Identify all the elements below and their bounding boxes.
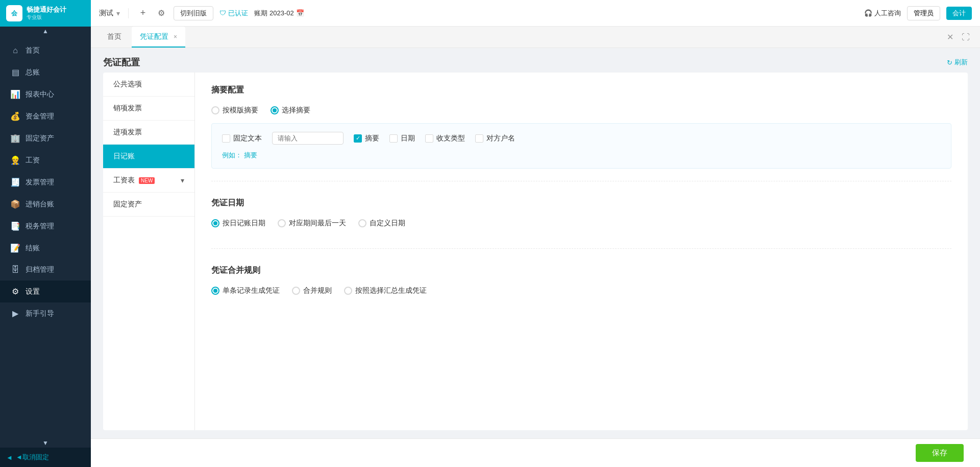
checkbox-date[interactable]: 日期	[389, 134, 415, 143]
radio-period-last[interactable]: 对应期间最后一天	[278, 219, 346, 228]
radio-single-label: 单条记录生成凭证	[223, 286, 280, 295]
period-label: 账期	[254, 9, 267, 18]
purchase-sales-icon: 📦	[10, 199, 20, 209]
config-sidebar-item-sales-invoice[interactable]: 销项发票	[103, 97, 194, 121]
unpin-icon: ◄	[6, 454, 13, 461]
ledger-icon: ▤	[10, 67, 20, 77]
add-company-button[interactable]: +	[137, 7, 149, 19]
manager-button[interactable]: 管理员	[907, 6, 940, 20]
sidebar-footer-toggle[interactable]: ◄ ◄取消固定	[0, 448, 91, 467]
tabs-expand-button[interactable]: ⛶	[960, 31, 972, 44]
config-sidebar-item-purchase-invoice[interactable]: 进项发票	[103, 121, 194, 145]
tab-voucher-config[interactable]: 凭证配置 ×	[132, 27, 185, 48]
date-label: 日期	[401, 134, 415, 143]
checkbox-fixed-text[interactable]: 固定文本	[222, 134, 262, 143]
sidebar-header: 会 畅捷通好会计 专业版	[0, 0, 91, 27]
content-panels: 公共选项 销项发票 进项发票 日记账 工资表 NEW	[91, 73, 980, 438]
checkbox-income-type[interactable]: 收支类型	[425, 134, 465, 143]
config-sidebar: 公共选项 销项发票 进项发票 日记账 工资表 NEW	[103, 73, 195, 430]
sidebar-item-label: 资金管理	[26, 112, 54, 121]
config-sidebar-item-fixed-assets[interactable]: 固定资产	[103, 193, 194, 217]
sidebar-scroll-up[interactable]: ▲	[42, 28, 48, 35]
sidebar-item-tax[interactable]: 📑 税务管理	[0, 215, 91, 237]
example-text: 例如： 摘要	[222, 151, 941, 160]
company-selector[interactable]: 测试 ▾	[99, 9, 120, 18]
sidebar-item-label: 报表中心	[26, 90, 54, 99]
voucher-merge-radio-group: 单条记录生成凭证 合并规则 按照选择汇总生成凭证	[211, 286, 951, 295]
page-header: 凭证配置 ↻ 刷新	[91, 48, 980, 73]
config-sidebar-item-journal[interactable]: 日记账	[103, 145, 194, 169]
sidebar-item-ledger[interactable]: ▤ 总账	[0, 61, 91, 83]
accountant-button[interactable]: 会计	[946, 7, 972, 20]
tab-close-button[interactable]: ×	[174, 33, 177, 40]
headset-icon: 🎧	[864, 9, 872, 17]
tabs-close-all-button[interactable]: ✕	[945, 30, 955, 44]
radio-period-last-circle	[278, 219, 286, 227]
gear-settings-button[interactable]: ⚙	[155, 7, 167, 19]
old-version-button[interactable]: 切到旧版	[174, 6, 213, 20]
radio-select-summary[interactable]: 选择摘要	[271, 106, 310, 115]
sidebar-item-home[interactable]: ⌂ 首页	[0, 40, 91, 61]
calendar-icon[interactable]: 📅	[296, 9, 304, 17]
sidebar: 会 畅捷通好会计 专业版 ▲ ⌂ 首页 ▤ 总账 📊 报表中心 💰 资金管理 🏢…	[0, 0, 91, 467]
sidebar-scroll-down[interactable]: ▼	[42, 439, 48, 447]
radio-custom-date-circle	[358, 219, 366, 227]
sidebar-item-invoice[interactable]: 🧾 发票管理	[0, 171, 91, 193]
sidebar-item-reports[interactable]: 📊 报表中心	[0, 83, 91, 105]
logo-sub: 专业版	[27, 14, 66, 21]
consult-button[interactable]: 🎧 人工咨询	[864, 9, 901, 18]
voucher-merge-title: 凭证合并规则	[211, 265, 951, 276]
sidebar-item-label: 税务管理	[26, 222, 54, 231]
sidebar-item-label: 新手引导	[26, 309, 54, 318]
radio-merge-rule[interactable]: 合并规则	[292, 286, 332, 295]
sidebar-item-label: 总账	[26, 68, 40, 77]
radio-by-selection[interactable]: 按照选择汇总生成凭证	[344, 286, 427, 295]
tab-home[interactable]: 首页	[99, 27, 130, 48]
sidebar-item-salary[interactable]: 👷 工资	[0, 149, 91, 171]
voucher-date-section: 凭证日期 按日记账日期 对应期间最后一天	[211, 198, 951, 249]
chevron-down-icon: ▾	[181, 176, 184, 184]
settings-icon: ⚙	[10, 287, 20, 296]
radio-by-journal-circle	[211, 219, 219, 227]
funds-icon: 💰	[10, 111, 20, 121]
content-area: 凭证配置 ↻ 刷新 公共选项 销项发票 进项发票	[91, 48, 980, 467]
tab-home-label: 首页	[107, 32, 121, 41]
refresh-button[interactable]: ↻ 刷新	[947, 58, 968, 67]
tabs-actions: ✕ ⛶	[945, 27, 972, 48]
sidebar-item-label: 工资	[26, 156, 40, 165]
radio-period-last-label: 对应期间最后一天	[289, 219, 346, 228]
checkbox-counterparty[interactable]: 对方户名	[475, 134, 515, 143]
radio-template-label: 按模版摘要	[223, 106, 258, 115]
radio-single-record[interactable]: 单条记录生成凭证	[211, 286, 280, 295]
radio-custom-date[interactable]: 自定义日期	[358, 219, 405, 228]
sidebar-item-label: 结账	[26, 244, 40, 253]
radio-by-journal[interactable]: 按日记账日期	[211, 219, 265, 228]
logo-text: 畅捷通好会计	[27, 6, 66, 14]
save-button[interactable]: 保存	[916, 444, 964, 462]
radio-template-summary[interactable]: 按模版摘要	[211, 106, 258, 115]
config-sidebar-item-payroll[interactable]: 工资表 NEW ▾	[103, 169, 194, 193]
refresh-label: 刷新	[954, 58, 968, 67]
checkbox-summary[interactable]: 摘要	[354, 134, 379, 143]
sidebar-item-funds[interactable]: 💰 资金管理	[0, 105, 91, 127]
counterparty-label: 对方户名	[486, 134, 515, 143]
radio-merge-label: 合并规则	[303, 286, 332, 295]
sidebar-item-settings[interactable]: ⚙ 设置	[0, 281, 91, 302]
radio-single-circle	[211, 287, 219, 295]
sidebar-item-label: 固定资产	[26, 134, 54, 143]
fixed-text-input[interactable]	[272, 132, 344, 145]
tabs-bar: 首页 凭证配置 × ✕ ⛶	[91, 27, 980, 48]
sidebar-item-close-period[interactable]: 📝 结账	[0, 237, 91, 259]
radio-merge-circle	[292, 287, 300, 295]
config-sidebar-item-public[interactable]: 公共选项	[103, 73, 194, 97]
sidebar-item-purchase-sales[interactable]: 📦 进销台账	[0, 193, 91, 215]
tab-voucher-config-label: 凭证配置	[140, 32, 168, 41]
close-period-icon: 📝	[10, 243, 20, 253]
main-area: 测试 ▾ + ⚙ 切到旧版 🛡 已认证 账期 2023-02 📅 🎧 人工咨询 …	[91, 0, 980, 467]
sidebar-item-archive[interactable]: 🗄 归档管理	[0, 259, 91, 281]
sidebar-item-guide[interactable]: ▶ 新手引导	[0, 302, 91, 324]
summary-sub-options: 固定文本 摘要 日期	[211, 123, 951, 169]
consult-label: 人工咨询	[874, 9, 901, 18]
archive-icon: 🗄	[10, 265, 20, 274]
sidebar-item-assets[interactable]: 🏢 固定资产	[0, 127, 91, 149]
